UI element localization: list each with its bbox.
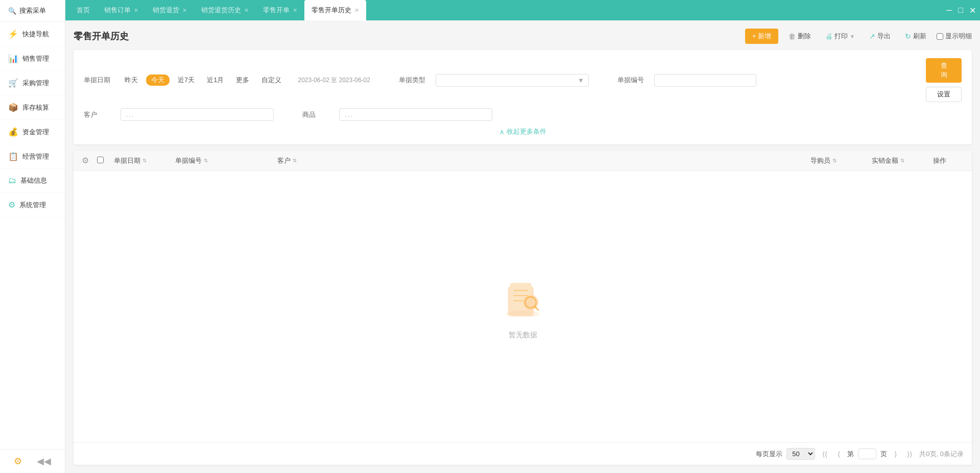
th-order-no-label: 单据编号	[175, 156, 202, 165]
display-detail-input[interactable]	[937, 33, 943, 40]
window-minimize[interactable]: ─	[946, 6, 952, 15]
order-no-filter-label: 单据编号	[617, 76, 646, 85]
sidebar-item-purchase-mgmt[interactable]: 🛒 采购管理	[0, 71, 65, 95]
display-detail-checkbox[interactable]: 显示明细	[937, 32, 972, 41]
query-button[interactable]: 查询	[926, 58, 962, 83]
th-date-sort: ⇅	[142, 158, 147, 163]
sidebar: 🔍 搜索采单 ⚡ 快捷导航 📊 销售管理 🛒 采购管理 📦 库存核算 💰 资金管…	[0, 0, 65, 473]
table-select-all[interactable]	[93, 156, 108, 165]
sidebar-item-finance[interactable]: 💰 资金管理	[0, 120, 65, 144]
window-maximize[interactable]: □	[958, 6, 963, 15]
sidebar-item-operations[interactable]: 📋 经营管理	[0, 144, 65, 169]
tab-sales-order-close[interactable]: ✕	[134, 7, 138, 14]
th-guide[interactable]: 导购员 ⇅	[804, 156, 866, 165]
page-total: 共0页, 0条记录	[919, 450, 964, 459]
refresh-button[interactable]: ↻ 刷新	[901, 30, 930, 43]
tab-retail-open-history-label: 零售开单历史	[312, 6, 351, 15]
refresh-icon: ↻	[905, 32, 911, 40]
print-icon: 🖨	[825, 32, 832, 40]
export-button[interactable]: ↗ 导出	[865, 30, 895, 43]
add-button[interactable]: + 新增	[745, 29, 778, 44]
date-range-display: 2023-06-02 至 2023-06-02	[298, 76, 370, 85]
tab-home-label: 首页	[77, 6, 90, 15]
main-area: 首页 销售订单 ✕ 销货退货 ✕ 销货退货历史 ✕ 零售开单 ✕ 零售开单历史 …	[65, 0, 980, 473]
table-gear-icon[interactable]: ⚙	[78, 156, 93, 165]
tab-sales-order[interactable]: 销售订单 ✕	[97, 0, 146, 20]
sidebar-item-system[interactable]: ⚙ 系统管理	[0, 193, 65, 217]
collapse-arrow-icon: ∧	[499, 128, 505, 136]
collapse-button[interactable]: ∧ 收起更多条件	[84, 127, 962, 136]
page-label-before: 第	[847, 450, 854, 459]
tab-sales-return-close[interactable]: ✕	[182, 7, 187, 14]
goods-input[interactable]: ...	[339, 108, 492, 121]
th-guide-sort: ⇅	[832, 158, 836, 163]
date-btn-more[interactable]: 更多	[232, 74, 253, 86]
toolbar: + 新增 🗑 删除 🖨 打印 ▼ ↗ 导出 ↻ 刷新	[745, 29, 972, 44]
last-page-btn[interactable]: ⟩⟩	[904, 449, 915, 459]
date-btn-yesterday[interactable]: 昨天	[121, 74, 142, 86]
date-btn-today[interactable]: 今天	[146, 74, 170, 86]
sidebar-bottom: ⚙ ◀◀	[0, 449, 65, 473]
delete-label: 删除	[798, 32, 811, 41]
per-page-select[interactable]: 50 20 100	[786, 448, 815, 460]
tab-retail-open[interactable]: 零售开单 ✕	[256, 0, 304, 20]
refresh-label: 刷新	[913, 32, 926, 41]
tab-home[interactable]: 首页	[69, 0, 97, 20]
tab-bar: 首页 销售订单 ✕ 销货退货 ✕ 销货退货历史 ✕ 零售开单 ✕ 零售开单历史 …	[65, 0, 980, 20]
sidebar-item-label: 库存核算	[22, 103, 49, 112]
tab-sales-return[interactable]: 销货退货 ✕	[146, 0, 194, 20]
select-all-checkbox[interactable]	[97, 157, 104, 163]
prev-page-btn[interactable]: ⟨	[834, 449, 843, 459]
date-btn-1month[interactable]: 近1月	[203, 74, 228, 86]
pagination: 每页显示 50 20 100 ⟨⟨ ⟨ 第 1 页 ⟩ ⟩⟩ 共0页, 0条记录	[74, 442, 972, 465]
table-header: ⚙ 单据日期 ⇅ 单据编号 ⇅ 客户 ⇅ 导购员 ⇅	[74, 151, 972, 171]
goods-dots: ...	[345, 111, 353, 118]
date-btn-7days[interactable]: 近7天	[174, 74, 199, 86]
sidebar-item-label: 经营管理	[22, 152, 49, 161]
customer-input[interactable]: ...	[121, 108, 274, 121]
sidebar-item-label: 资金管理	[22, 128, 49, 137]
print-arrow-icon: ▼	[850, 34, 855, 39]
th-customer[interactable]: 客户 ⇅	[271, 156, 804, 165]
th-date[interactable]: 单据日期 ⇅	[108, 156, 169, 165]
th-amount-label: 实销金额	[872, 156, 898, 165]
date-btn-custom[interactable]: 自定义	[257, 74, 285, 86]
search-icon: 🔍	[8, 7, 16, 15]
tab-retail-open-history[interactable]: 零售开单历史 ✕	[304, 0, 366, 20]
finance-icon: 💰	[8, 127, 18, 137]
sidebar-search-label: 搜索采单	[19, 6, 46, 15]
quick-nav-icon: ⚡	[8, 29, 18, 39]
inventory-icon: 📦	[8, 103, 18, 112]
sidebar-search[interactable]: 🔍 搜索采单	[0, 0, 65, 22]
tab-sales-return-history-label: 销货退货历史	[201, 6, 241, 15]
current-page-input[interactable]: 1	[858, 449, 876, 459]
settings-button[interactable]: 设置	[926, 87, 962, 102]
order-no-input[interactable]	[654, 74, 756, 87]
first-page-btn[interactable]: ⟨⟨	[819, 449, 830, 459]
tab-sales-return-history-close[interactable]: ✕	[244, 7, 249, 14]
basic-info-icon: 🗂	[8, 176, 16, 185]
sidebar-item-sales-mgmt[interactable]: 📊 销售管理	[0, 46, 65, 71]
tab-retail-open-history-close[interactable]: ✕	[354, 7, 359, 14]
th-order-no[interactable]: 单据编号 ⇅	[169, 156, 271, 165]
empty-text: 暂无数据	[509, 331, 537, 340]
sidebar-item-quick-nav[interactable]: ⚡ 快捷导航	[0, 22, 65, 46]
print-button[interactable]: 🖨 打印 ▼	[821, 30, 859, 43]
th-amount-sort: ⇅	[900, 158, 904, 163]
sidebar-item-basic-info[interactable]: 🗂 基础信息	[0, 169, 65, 193]
filter-dates: 昨天 今天 近7天 近1月 更多 自定义 2023-06-02 至 2023-0…	[121, 74, 370, 86]
collapse-sidebar-icon[interactable]: ◀◀	[37, 456, 51, 467]
sidebar-item-label: 采购管理	[22, 79, 49, 88]
th-customer-label: 客户	[277, 156, 291, 165]
delete-button[interactable]: 🗑 删除	[784, 30, 815, 43]
th-amount[interactable]: 实销金额 ⇅	[866, 156, 927, 165]
type-select[interactable]: ▼	[436, 74, 589, 87]
window-close[interactable]: ✕	[969, 6, 976, 15]
sidebar-item-inventory[interactable]: 📦 库存核算	[0, 95, 65, 120]
settings-bottom-icon[interactable]: ⚙	[14, 456, 22, 467]
next-page-btn[interactable]: ⟩	[891, 449, 900, 459]
tab-retail-open-close[interactable]: ✕	[293, 7, 297, 14]
tab-sales-return-history[interactable]: 销货退货历史 ✕	[194, 0, 256, 20]
filter-row-1: 单据日期 昨天 今天 近7天 近1月 更多 自定义 2023-06-02 至 2…	[84, 58, 962, 102]
empty-state: 暂无数据	[74, 171, 972, 442]
